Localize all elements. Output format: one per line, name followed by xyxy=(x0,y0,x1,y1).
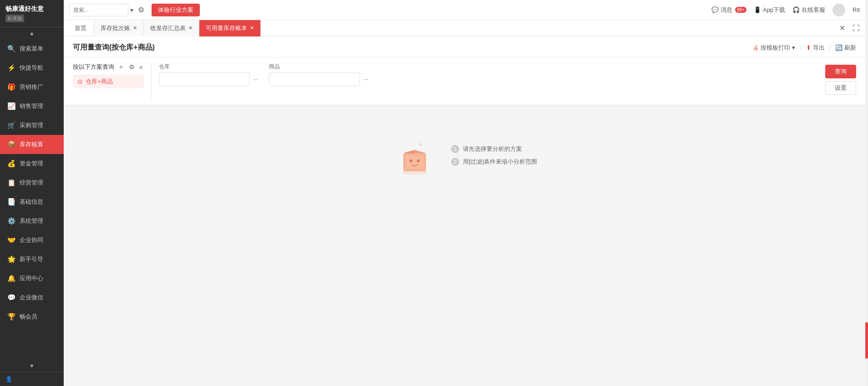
scheme-item-label: 仓库+商品 xyxy=(86,77,113,86)
sidebar-item-enterprise[interactable]: 🤝企业协同 xyxy=(0,231,64,250)
tip-number-2: 2 xyxy=(451,158,459,166)
header-divider-2: | xyxy=(829,44,831,51)
tabs-bar: 首页 库存批次账 ✕ 收发存汇总表 ✕ 可用量库存账本 ✕ ✕ ⛶ xyxy=(64,20,865,36)
topbar-settings-btn[interactable]: ⚙ xyxy=(135,5,147,14)
tab-close-all-btn[interactable]: ✕ xyxy=(838,24,847,32)
username: Rit xyxy=(853,6,860,13)
content-area: 可用量查询(按仓库+商品) 🖨 按模板打印 ▾ | ⬆ 导出 | 🔄 刷新 xyxy=(64,36,865,386)
tab-home[interactable]: 首页 xyxy=(67,20,94,36)
query-btn[interactable]: 查询 xyxy=(825,65,856,78)
topbar-left: ▾ ⚙ 体验行业方案 xyxy=(69,4,711,16)
tab-batch[interactable]: 库存批次账 ✕ xyxy=(94,20,144,36)
svg-rect-3 xyxy=(406,155,424,169)
sidebar-item-finance[interactable]: 💰资金管理 xyxy=(0,154,64,173)
empty-illustration: ✦ · xyxy=(392,133,437,178)
tab-expand-btn[interactable]: ⛶ xyxy=(851,24,862,32)
sidebar-label-system: 系统管理 xyxy=(20,217,43,225)
message-badge: 99+ xyxy=(735,7,746,13)
tab-available[interactable]: 可用量库存账本 ✕ xyxy=(199,20,261,36)
filter-divider xyxy=(151,63,152,99)
warehouse-more-btn[interactable]: ··· xyxy=(252,76,260,82)
sidebar-label-appcenter: 应用中心 xyxy=(20,274,43,283)
empty-tips: 1 请先选择要分析的方案 2 用[过滤]条件来缩小分析范围 xyxy=(451,145,537,166)
newuser-icon: 🌟 xyxy=(7,255,16,263)
sidebar-item-system[interactable]: ⚙️系统管理 xyxy=(0,211,64,231)
scrollbar-thumb[interactable] xyxy=(865,322,868,359)
export-btn[interactable]: ⬆ 导出 xyxy=(806,44,825,52)
sidebar: 畅康通好生意 标准版 ▲ 🔍搜索菜单⚡快捷导航🎁营销推广📈销售管理🛒采购管理📦库… xyxy=(0,0,64,386)
sidebar-item-shortcut[interactable]: ⚡快捷导航 xyxy=(0,58,64,77)
filter-actions: 查询 设置 xyxy=(825,63,856,95)
filter-field-goods: 商品 ··· xyxy=(269,63,370,86)
refresh-icon: 🔄 xyxy=(835,44,843,51)
sidebar-item-inventory[interactable]: 📦库存核算 xyxy=(0,135,64,154)
goods-label: 商品 xyxy=(269,63,370,71)
sidebar-logo: 畅康通好生意 标准版 xyxy=(0,0,64,27)
sidebar-item-search[interactable]: 🔍搜索菜单 xyxy=(0,39,64,58)
print-dropdown-icon[interactable]: ▾ xyxy=(792,44,795,51)
refresh-btn[interactable]: 🔄 刷新 xyxy=(835,44,856,52)
sidebar-item-sales[interactable]: 📈销售管理 xyxy=(0,97,64,116)
sidebar-label-inventory: 库存核算 xyxy=(20,140,43,149)
tip-text-1: 请先选择要分析的方案 xyxy=(463,145,522,153)
sidebar-item-operations[interactable]: 📋经营管理 xyxy=(0,173,64,192)
sidebar-item-newuser[interactable]: 🌟新手引导 xyxy=(0,250,64,269)
empty-tip-1: 1 请先选择要分析的方案 xyxy=(451,145,537,153)
sidebar-item-basic[interactable]: 📑基础信息 xyxy=(0,192,64,211)
page-title: 可用量查询(按仓库+商品) xyxy=(73,43,155,52)
avatar xyxy=(832,4,845,16)
export-icon: ⬆ xyxy=(806,44,811,51)
right-scrollbar xyxy=(865,0,868,386)
tab-summary-label: 收发存汇总表 xyxy=(150,24,186,32)
goods-input[interactable] xyxy=(269,72,360,86)
add-scheme-btn[interactable]: ＋ xyxy=(117,63,125,71)
empty-state-inner: ✦ · 1 请先选择要分析的方案 2 用[过滤]条件来缩小分析范围 xyxy=(392,133,537,178)
svg-text:·: · xyxy=(400,147,401,151)
collapse-scheme-btn[interactable]: « xyxy=(138,63,144,71)
system-icon: ⚙️ xyxy=(7,217,16,225)
svg-point-4 xyxy=(410,160,412,162)
scroll-up-btn[interactable]: ▲ xyxy=(0,27,64,39)
trial-btn[interactable]: 体验行业方案 xyxy=(152,4,200,16)
sidebar-item-appcenter[interactable]: 🔔应用中心 xyxy=(0,269,64,288)
tab-available-close[interactable]: ✕ xyxy=(250,25,254,31)
sidebar-item-wechat[interactable]: 💬企业微信 xyxy=(0,288,64,307)
print-btn[interactable]: 🖨 按模板打印 ▾ xyxy=(753,44,795,52)
sidebar-item-marketing[interactable]: 🎁营销推广 xyxy=(0,77,64,97)
svg-marker-1 xyxy=(403,150,415,153)
app-download-btn[interactable]: 📱 App下载 xyxy=(754,6,785,14)
tab-summary-close[interactable]: ✕ xyxy=(188,25,193,31)
topbar-search-input[interactable] xyxy=(69,4,128,16)
topbar-right: 💬 消息 99+ 📱 App下载 🎧 在线客服 Rit xyxy=(711,4,860,16)
online-service-label: 在线客服 xyxy=(802,6,825,14)
refresh-label: 刷新 xyxy=(844,44,856,52)
tab-batch-close[interactable]: ✕ xyxy=(133,25,137,31)
sidebar-item-member[interactable]: 🏆畅会员 xyxy=(0,307,64,326)
sidebar-label-enterprise: 企业协同 xyxy=(20,236,43,244)
warehouse-label: 仓库 xyxy=(159,63,260,71)
sidebar-nav: 🔍搜索菜单⚡快捷导航🎁营销推广📈销售管理🛒采购管理📦库存核算💰资金管理📋经营管理… xyxy=(0,39,64,360)
print-label: 按模板打印 xyxy=(761,44,790,52)
inventory-icon: 📦 xyxy=(7,140,16,149)
app-download-label: App下载 xyxy=(763,6,785,14)
main-area: ▾ ⚙ 体验行业方案 💬 消息 99+ 📱 App下载 🎧 在线客服 Rit xyxy=(64,0,865,386)
topbar-dropdown-btn[interactable]: ▾ xyxy=(128,6,135,14)
header-divider-1: | xyxy=(800,44,801,51)
tab-summary[interactable]: 收发存汇总表 ✕ xyxy=(144,20,199,36)
export-label: 导出 xyxy=(813,44,825,52)
scheme-item-warehouse-goods[interactable]: ⊙ 仓库+商品 xyxy=(73,75,144,88)
sidebar-item-purchase[interactable]: 🛒采购管理 xyxy=(0,116,64,135)
online-service-btn[interactable]: 🎧 在线客服 xyxy=(792,6,825,14)
sidebar-label-search: 搜索菜单 xyxy=(20,45,43,53)
settings-scheme-btn[interactable]: ⚙ xyxy=(128,63,136,71)
tip-number-1: 1 xyxy=(451,145,459,153)
page-header: 可用量查询(按仓库+商品) 🖨 按模板打印 ▾ | ⬆ 导出 | 🔄 刷新 xyxy=(64,36,865,57)
goods-more-btn[interactable]: ··· xyxy=(362,76,370,82)
shortcut-icon: ⚡ xyxy=(7,64,16,72)
wechat-icon: 💬 xyxy=(7,293,16,302)
page-header-actions: 🖨 按模板打印 ▾ | ⬆ 导出 | 🔄 刷新 xyxy=(753,44,856,52)
filter-settings-btn[interactable]: 设置 xyxy=(825,81,856,95)
scroll-down-btn[interactable]: ▼ xyxy=(0,360,64,372)
message-btn[interactable]: 💬 消息 99+ xyxy=(711,6,746,14)
warehouse-input[interactable] xyxy=(159,72,250,86)
